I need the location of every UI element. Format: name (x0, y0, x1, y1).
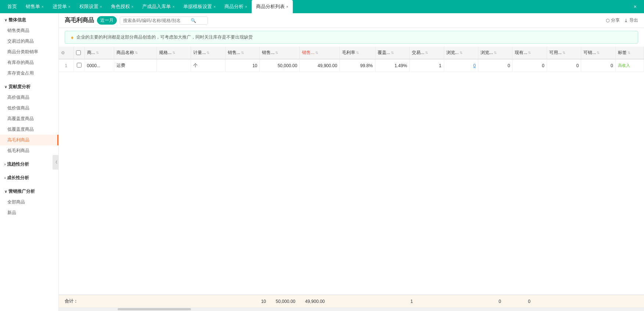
sort-icon-tag: ⇅ (627, 51, 630, 55)
sidebar-item-stock-capital[interactable]: 库存资金占用 (0, 68, 58, 79)
cell-gross-margin: 99.8% (339, 59, 375, 72)
th-available[interactable]: 可用...⇅ (547, 47, 581, 59)
footer-spacer8 (356, 299, 386, 304)
cell-coverage: 1.49% (375, 59, 409, 72)
select-all-checkbox[interactable] (76, 50, 81, 55)
sidebar-item-category-rate[interactable]: 商品分类助销率 (0, 47, 58, 57)
bottom-scrollbar[interactable] (59, 307, 644, 311)
sidebar-group-overall-title[interactable]: ∨ 整体信息 (0, 15, 58, 25)
nav-permission-close[interactable]: × (100, 5, 102, 9)
nav-product-inbound-close[interactable]: × (172, 5, 175, 9)
period-recent-month-button[interactable]: 近一月 (97, 16, 117, 25)
search-input[interactable] (123, 18, 189, 23)
sort-icon-gross-margin: ⇅ (356, 51, 359, 55)
nav-product-analysis[interactable]: 商品分析 × (220, 0, 252, 13)
nav-sales-close[interactable]: × (42, 5, 44, 9)
th-trade[interactable]: 交易...⇅ (410, 47, 444, 59)
window-close-button[interactable]: × (629, 4, 641, 10)
nav-template[interactable]: 单据模板设置 × (179, 0, 220, 13)
sidebar-group-trend-title[interactable]: › 流趋性分析 (0, 159, 58, 170)
footer-spacer1 (81, 299, 96, 304)
share-button[interactable]: ⬡ 分享 (606, 17, 620, 23)
nav-home[interactable]: 首页 (3, 0, 21, 13)
th-current-stock[interactable]: 现有...⇅ (512, 47, 547, 59)
page-title: 高毛利商品 (65, 17, 94, 24)
footer-trade: 1 (386, 299, 415, 304)
sidebar-group-contribution: ∨ 贡献度分析 高价值商品 低价值商品 高覆盖度商品 低覆盖度商品 高毛利商品 … (0, 80, 58, 158)
th-gross-margin[interactable]: 毛利率⇅ (339, 47, 375, 59)
sidebar-item-traded-goods[interactable]: 交易过的商品 (0, 36, 58, 47)
table-header-row: ⚙ 商...⇅ 商品名称⇅ 规格...⇅ (59, 47, 644, 59)
sidebar-group-contribution-title[interactable]: ∨ 贡献度分析 (0, 82, 58, 92)
sidebar-group-growth-title[interactable]: › 成长性分析 (0, 173, 58, 183)
sidebar-group-marketing-title[interactable]: ∨ 营销推广分析 (0, 186, 58, 197)
sort-icon-unit: ⇅ (206, 51, 209, 55)
sort-icon-coverage: ⇅ (391, 51, 394, 55)
sort-icon-current-stock: ⇅ (528, 51, 531, 55)
data-table: ⚙ 商...⇅ 商品名称⇅ 规格...⇅ (59, 47, 644, 72)
search-box: 🔍 (120, 17, 208, 25)
th-sales-profit[interactable]: 销售...⇅ (300, 47, 340, 59)
th-coverage[interactable]: 覆盖...⇅ (375, 47, 409, 59)
footer-spacer2 (96, 299, 107, 304)
cell-trade: 1 (410, 59, 444, 72)
sidebar-item-sales-goods[interactable]: 销售类商品 (0, 25, 58, 36)
nav-sales[interactable]: 销售单 × (21, 0, 48, 13)
nav-product-analysis-list[interactable]: 商品分析列表 × (252, 0, 293, 13)
arrow-right-icon: › (4, 162, 6, 166)
cell-saleable: 0 (581, 59, 615, 72)
th-sales-amt[interactable]: 销售...⇅ (260, 47, 300, 59)
th-view1[interactable]: 浏览...⇅ (444, 47, 478, 59)
arrow-down-icon3: ∨ (4, 189, 7, 194)
content-header: 高毛利商品 近一月 🔍 ⬡ 分享 ⤓ 导出 (59, 13, 644, 28)
footer-spacer4 (136, 299, 180, 304)
sidebar-item-new-goods[interactable]: 新品 (0, 207, 58, 218)
footer-spacer6 (209, 299, 239, 304)
header-actions: ⬡ 分享 ⤓ 导出 (606, 17, 638, 23)
row-checkbox[interactable] (77, 63, 82, 68)
info-banner: ♦ 企业的主要的利润都是这部分商品创造的，可考虑加大推广，同时关注库存是不要出现… (65, 31, 638, 44)
footer-spacer9 (415, 299, 445, 304)
th-setting[interactable]: ⚙ (59, 47, 73, 59)
cell-check[interactable] (73, 59, 84, 72)
arrow-down-icon: ∨ (4, 18, 7, 22)
th-spec[interactable]: 规格...⇅ (156, 47, 191, 59)
sidebar-collapse-button[interactable]: 《 (53, 155, 58, 170)
sort-icon-view1: ⇅ (460, 51, 463, 55)
th-sales-qty[interactable]: 销售...⇅ (225, 47, 259, 59)
sidebar-item-stocked-goods[interactable]: 有库存的商品 (0, 57, 58, 68)
nav-template-close[interactable]: × (213, 5, 216, 9)
cell-name: 运费 (114, 59, 156, 72)
table-container: ⚙ 商...⇅ 商品名称⇅ 规格...⇅ (59, 47, 644, 294)
nav-role[interactable]: 角色授权 × (107, 0, 138, 13)
nav-product-inbound[interactable]: 产成品入库单 × (138, 0, 179, 13)
nav-purchase-close[interactable]: × (68, 5, 71, 9)
th-tag[interactable]: 标签⇅ (615, 47, 644, 59)
sidebar-item-high-margin[interactable]: 高毛利商品 (0, 135, 58, 145)
sidebar-item-high-value[interactable]: 高价值商品 (0, 92, 58, 103)
sort-icon-code: ⇅ (96, 51, 99, 55)
nav-permission[interactable]: 权限设置 × (75, 0, 107, 13)
export-button[interactable]: ⤓ 导出 (624, 17, 638, 23)
nav-role-close[interactable]: × (132, 5, 134, 9)
sidebar-item-high-coverage[interactable]: 高覆盖度商品 (0, 113, 58, 124)
sidebar-item-low-margin[interactable]: 低毛利商品 (0, 145, 58, 156)
cell-spec (156, 59, 191, 72)
nav-product-analysis-close[interactable]: × (245, 5, 247, 9)
sidebar-item-low-value[interactable]: 低价值商品 (0, 103, 58, 113)
nav-purchase[interactable]: 进货单 × (48, 0, 75, 13)
th-unit[interactable]: 计量...⇅ (191, 47, 225, 59)
sidebar-item-low-coverage[interactable]: 低覆盖度商品 (0, 124, 58, 135)
scrollbar-thumb[interactable] (118, 308, 191, 310)
th-name[interactable]: 商品名称⇅ (114, 47, 156, 59)
footer-current-stock: 0 (474, 299, 503, 304)
table-footer: 合计： 10 50,000.00 49,900.00 1 0 0 (59, 294, 644, 307)
nav-product-analysis-list-close[interactable]: × (286, 5, 288, 9)
search-icon[interactable]: 🔍 (191, 18, 196, 23)
th-code[interactable]: 商...⇅ (84, 47, 114, 59)
th-view2[interactable]: 浏览...⇅ (478, 47, 512, 59)
cell-view1[interactable]: 0 (444, 59, 478, 72)
sidebar-item-all-goods[interactable]: 全部商品 (0, 197, 58, 207)
th-check[interactable] (73, 47, 84, 59)
th-saleable[interactable]: 可销...⇅ (581, 47, 615, 59)
